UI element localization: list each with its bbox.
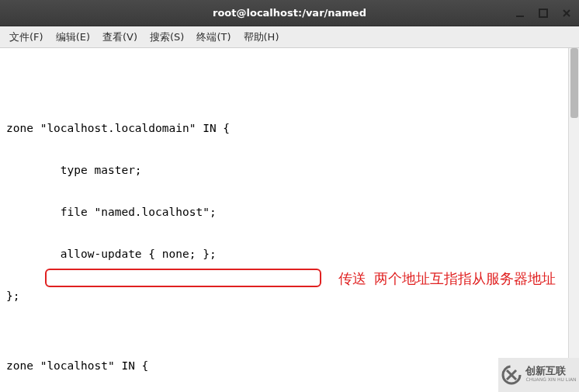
- code-line: zone "localhost.localdomain" IN {: [6, 121, 573, 135]
- terminal-content[interactable]: zone "localhost.localdomain" IN { type m…: [0, 48, 579, 392]
- menu-search[interactable]: 搜索(S): [145, 28, 189, 47]
- menu-edit[interactable]: 编辑(E): [51, 28, 95, 47]
- menu-help[interactable]: 帮助(H): [239, 28, 284, 47]
- svg-rect-0: [516, 16, 524, 17]
- watermark-text: 创新互联 CHUANG XIN HU LIAN: [525, 366, 576, 383]
- highlight-box: [45, 269, 321, 287]
- window-title: root@localhost:/var/named: [213, 7, 366, 19]
- code-line: zone "localhost" IN {: [6, 359, 573, 373]
- close-button[interactable]: [560, 7, 573, 19]
- code-line: allow-update { none; };: [6, 247, 573, 261]
- window-controls: [514, 0, 573, 26]
- scrollbar[interactable]: [568, 48, 579, 392]
- watermark: 创新互联 CHUANG XIN HU LIAN: [498, 358, 579, 392]
- code-line: type master;: [6, 163, 573, 177]
- scrollbar-thumb[interactable]: [570, 48, 578, 118]
- menu-view[interactable]: 查看(V): [98, 28, 142, 47]
- minimize-button[interactable]: [514, 7, 526, 19]
- menu-terminal[interactable]: 终端(T): [192, 28, 235, 47]
- menu-file[interactable]: 文件(F): [5, 28, 48, 47]
- svg-rect-1: [539, 9, 547, 17]
- watermark-logo-icon: [501, 364, 522, 386]
- maximize-button[interactable]: [537, 7, 550, 19]
- code-line: };: [6, 289, 573, 303]
- menubar: 文件(F) 编辑(E) 查看(V) 搜索(S) 终端(T) 帮助(H): [0, 26, 579, 48]
- code-line: file "named.localhost";: [6, 205, 573, 219]
- titlebar: root@localhost:/var/named: [0, 0, 579, 26]
- annotation-text: 传送 两个地址互指指从服务器地址: [338, 269, 571, 289]
